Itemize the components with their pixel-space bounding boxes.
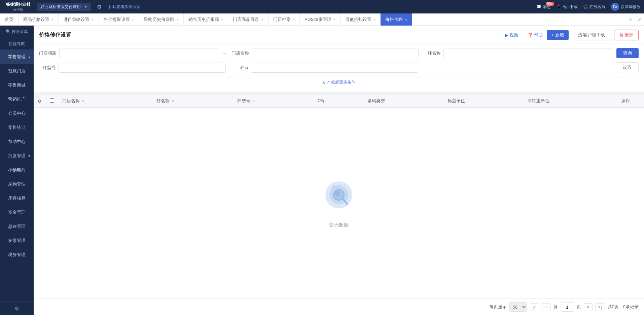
sidebar-search[interactable]: 🔍 搜索菜单 xyxy=(0,26,34,38)
tab-sale-history-label: 销售历史价跟踪 xyxy=(188,16,219,23)
close-icon[interactable]: × xyxy=(405,18,407,22)
video-link[interactable]: ▶ 视频 xyxy=(505,32,518,38)
tab-goods-price[interactable]: 商品价格设置 × xyxy=(19,13,59,26)
top-bar-right: 💬 消息 99+ 📱 App下载 🎧 在线客服 Ea 徐泽华修改 xyxy=(536,3,641,11)
settings-icon-button[interactable]: ⚙ xyxy=(95,3,104,11)
close-icon[interactable]: × xyxy=(293,18,295,22)
close-icon[interactable]: × xyxy=(261,18,263,22)
demo-link[interactable]: ◎ 我要看实例演示 xyxy=(108,4,141,10)
sidebar-item-finance[interactable]: 资金管理 xyxy=(0,205,34,219)
tab-store-catalog[interactable]: 门店商品目录 × xyxy=(228,13,268,26)
sidebar-gear-icon[interactable]: ⚙ xyxy=(14,306,19,311)
scale-name-input[interactable] xyxy=(443,48,611,58)
th-store-name: 门店名称 ⇅ xyxy=(58,95,152,108)
sidebar-item-retail-stats[interactable]: 零售统计 xyxy=(0,120,34,135)
close-icon[interactable]: × xyxy=(92,18,94,22)
chevron-down-icon: ▼ xyxy=(28,154,31,158)
sidebar-item-tax[interactable]: 税务管理 xyxy=(0,248,34,262)
tab-home[interactable]: 首页 xyxy=(0,13,19,26)
online-service-button[interactable]: 🎧 在线客服 xyxy=(583,4,606,10)
close-icon[interactable]: × xyxy=(132,18,134,22)
sidebar-item-invoice-label: 发票管理 xyxy=(8,238,26,244)
page-total-label: 共0页，0条记录 xyxy=(608,304,639,310)
sidebar-item-smart-store[interactable]: 智慧门店 xyxy=(0,64,34,78)
svg-text:~: ~ xyxy=(344,184,346,187)
table-gear-icon[interactable]: ⚙ xyxy=(38,99,42,104)
select-all-checkbox[interactable] xyxy=(50,98,54,103)
fullscreen-button[interactable]: ⤢ xyxy=(635,13,644,26)
help-link[interactable]: ❓ 帮助 xyxy=(528,32,543,38)
user-menu[interactable]: Ea 徐泽华修改 xyxy=(611,3,641,11)
version-selector[interactable]: 好业财标准版交付试用 ▼ xyxy=(37,3,91,11)
scale-ip-input[interactable] xyxy=(251,63,418,73)
tab-min-discount[interactable]: 最低折扣设置 × xyxy=(341,13,381,26)
tab-sale-history[interactable]: 销售历史价跟踪 × xyxy=(184,13,228,26)
nav-bar: 首页 商品价格设置 × 进价策略设置 × 售价提取设置 × 采购历史价跟踪 × … xyxy=(0,13,644,26)
ellipsis-icon[interactable]: ··· xyxy=(222,50,226,56)
page-number-input[interactable] xyxy=(561,302,574,312)
scale-model-input[interactable] xyxy=(59,63,226,73)
first-page-button[interactable]: |< xyxy=(530,303,539,311)
demo-text: 我要看实例演示 xyxy=(112,4,141,10)
sidebar-item-ledger[interactable]: 总账管理 xyxy=(0,219,34,234)
sidebar-item-wholesale[interactable]: 批发管理 ▼ xyxy=(0,149,34,163)
tab-purchase-history[interactable]: 采购历史价跟踪 × xyxy=(139,13,183,26)
add-label: + 新增 xyxy=(551,32,564,38)
sidebar-item-inventory[interactable]: 库存核算 xyxy=(0,191,34,205)
next-page-button[interactable]: > xyxy=(584,303,593,311)
per-page-label: 每页显示 xyxy=(489,304,507,310)
per-page-select[interactable]: 50 10 20 100 xyxy=(509,302,527,312)
close-icon[interactable]: × xyxy=(333,18,335,22)
collapse-bar[interactable]: ∧ ∧ 收起更多条件 xyxy=(39,77,639,87)
sidebar-item-retail-mall-label: 零售商城 xyxy=(8,82,26,88)
sidebar-item-ecommerce[interactable]: 小畅电商 xyxy=(0,163,34,177)
close-icon[interactable]: × xyxy=(51,18,53,22)
th-scale-ip: 秤ip xyxy=(314,95,363,108)
sidebar: 🔍 搜索菜单 快捷导航 零售管理 ▲ 智慧门店 零售商城 营销推广 会员中心 xyxy=(0,26,34,315)
sidebar-quick-nav[interactable]: 快捷导航 xyxy=(0,38,34,50)
last-page-button[interactable]: >| xyxy=(595,303,605,311)
svg-text:✦: ✦ xyxy=(332,184,335,189)
sidebar-item-member[interactable]: 会员中心 xyxy=(0,106,34,120)
close-icon[interactable]: × xyxy=(176,18,178,22)
tab-purchase-history-label: 采购历史价跟踪 xyxy=(144,16,174,23)
th-scale-ip-label: 秤ip xyxy=(318,98,326,103)
tab-pos-encrypt[interactable]: POS加密管理 × xyxy=(300,13,341,26)
tab-store-profile[interactable]: 门店档案 × xyxy=(269,13,300,26)
message-button[interactable]: 💬 消息 99+ xyxy=(536,4,551,10)
field-scale-ip: 秤ip xyxy=(231,63,418,73)
store-profile-input[interactable] xyxy=(59,48,218,58)
sidebar-item-retail-mall[interactable]: 零售商城 xyxy=(0,78,34,92)
quick-nav-label: 快捷导航 xyxy=(9,41,25,46)
page-header-actions: ▶ 视频 | ❓ 帮助 + 新增 凸 客户端下载 自 删除 xyxy=(505,30,639,40)
th-barcode-type-label: 条码类型 xyxy=(367,98,385,103)
download-button[interactable]: 凸 客户端下载 xyxy=(573,30,610,40)
app-download-button[interactable]: 📱 App下载 xyxy=(556,4,578,10)
tab-sale-price[interactable]: 售价提取设置 × xyxy=(99,13,139,26)
tab-goods-price-label: 商品价格设置 xyxy=(23,16,49,23)
tab-pos-encrypt-label: POS加密管理 xyxy=(305,16,331,23)
tab-price-scale[interactable]: 价格传秤 × xyxy=(381,13,412,26)
sidebar-item-inventory-label: 库存核算 xyxy=(8,195,26,201)
sidebar-item-retail-label: 零售管理 xyxy=(8,54,26,60)
store-name-input[interactable] xyxy=(252,48,419,58)
delete-button[interactable]: 自 删除 xyxy=(614,30,639,40)
th-scale-model: 秤型号 ⇅ xyxy=(233,95,314,108)
prev-page-button[interactable]: < xyxy=(542,303,551,311)
close-window-button[interactable]: × xyxy=(627,13,635,26)
th-weight-unit: 称重单位 xyxy=(443,95,524,108)
th-settings: ⚙ xyxy=(34,95,46,108)
close-icon[interactable]: × xyxy=(373,18,375,22)
add-button[interactable]: + 新增 xyxy=(547,30,569,40)
sidebar-item-marketing[interactable]: 营销推广 xyxy=(0,92,34,106)
sidebar-item-wholesale-label: 批发管理 xyxy=(8,153,26,159)
tab-purchase-strategy[interactable]: 进价策略设置 × xyxy=(59,13,99,26)
sidebar-item-help[interactable]: 帮助中心 xyxy=(0,135,34,149)
set-button[interactable]: 设置 xyxy=(616,62,639,73)
th-store-name-label: 门店名称 xyxy=(62,98,80,103)
sidebar-item-invoice[interactable]: 发票管理 xyxy=(0,234,34,248)
sidebar-item-purchase[interactable]: 采购管理 xyxy=(0,177,34,191)
sidebar-item-retail[interactable]: 零售管理 ▲ xyxy=(0,50,34,64)
close-icon[interactable]: × xyxy=(221,18,223,22)
search-button[interactable]: 查询 xyxy=(616,48,639,58)
